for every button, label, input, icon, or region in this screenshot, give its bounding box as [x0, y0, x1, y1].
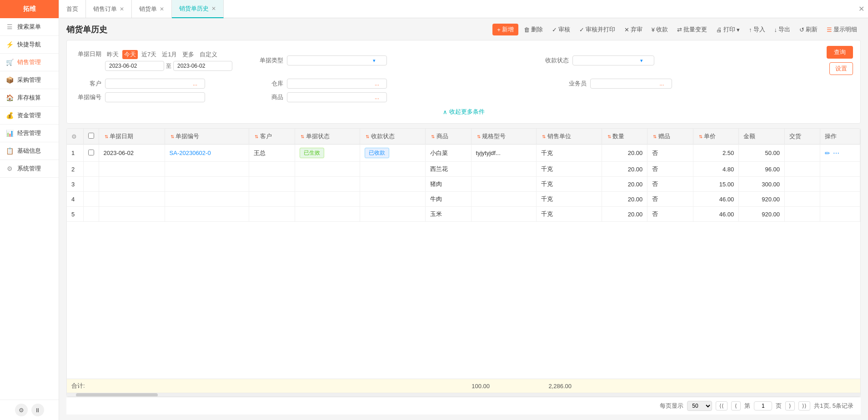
page-last-btn[interactable]: ⟩⟩: [798, 401, 810, 410]
print-button[interactable]: 🖨 打印 ▾: [712, 24, 743, 35]
abandon-button[interactable]: ✕ 弃审: [621, 24, 646, 35]
edit-icon[interactable]: ✏: [825, 150, 830, 157]
staff-ellipsis-icon[interactable]: ...: [660, 80, 664, 87]
col-settings[interactable]: ⚙: [67, 129, 83, 145]
type-dropdown-icon[interactable]: ▾: [373, 58, 376, 64]
shortcut-yesterday[interactable]: 昨天: [105, 50, 120, 59]
row-checkbox-cell[interactable]: [83, 192, 99, 207]
type-input[interactable]: [291, 57, 373, 64]
sidebar-item-search-menu[interactable]: ☰ 搜索菜单: [0, 18, 59, 36]
tab-sales-order[interactable]: 销售订单 ✕: [86, 0, 132, 18]
sidebar-item-quick-nav[interactable]: ⚡ 快捷导航: [0, 36, 59, 54]
tab-sales-history-close[interactable]: ✕: [211, 5, 216, 12]
row-doc-no-cell[interactable]: [165, 207, 249, 222]
tab-bar-close[interactable]: ✕: [858, 5, 868, 13]
more-icon[interactable]: ⋯: [833, 150, 839, 157]
page-first-btn[interactable]: ⟨⟨: [716, 401, 728, 410]
status-input[interactable]: [577, 57, 640, 64]
page-prev-btn[interactable]: ⟨: [731, 401, 741, 410]
doc-no-input[interactable]: [105, 92, 205, 102]
filter-settings-button[interactable]: 设置: [829, 62, 853, 75]
status-dropdown-icon[interactable]: ▾: [640, 58, 643, 64]
col-qty[interactable]: ⇅ 数量: [602, 129, 647, 145]
sidebar-item-purchase-mgmt[interactable]: 📦 采购管理: [0, 71, 59, 89]
table-scrollbar-thumb[interactable]: [76, 393, 158, 397]
show-detail-icon: ☰: [827, 26, 832, 33]
tab-sales-goods-close[interactable]: ✕: [160, 6, 164, 12]
doc-no-link[interactable]: SA-20230602-0: [170, 150, 211, 156]
shortcut-more[interactable]: 更多: [181, 50, 196, 59]
row-doc-no-cell[interactable]: SA-20230602-0: [165, 145, 249, 162]
shortcut-custom[interactable]: 自定义: [198, 50, 219, 59]
delete-button[interactable]: 🗑 删除: [520, 24, 547, 35]
query-button[interactable]: 查询: [827, 46, 853, 59]
new-button[interactable]: + 新增: [492, 24, 518, 35]
row-trade-cell: [785, 162, 820, 177]
qty-sort-icon: ⇅: [607, 134, 611, 139]
tab-sales-history[interactable]: 销货单历史 ✕: [172, 0, 224, 18]
select-all-checkbox[interactable]: [88, 133, 94, 139]
tab-home[interactable]: 首页: [59, 0, 86, 18]
row-checkbox-cell[interactable]: [83, 177, 99, 192]
goods-label: 商品: [256, 93, 283, 101]
staff-input[interactable]: [594, 80, 658, 87]
shortcut-1month[interactable]: 近1月: [160, 50, 179, 59]
export-button[interactable]: ↓ 导出: [771, 24, 794, 35]
date-from-input[interactable]: [105, 61, 164, 71]
row-doc-no-cell[interactable]: [165, 177, 249, 192]
col-spec[interactable]: ⇅ 规格型号: [471, 129, 537, 145]
filter-collapse-btn[interactable]: ∧ 收起更多条件: [74, 106, 853, 118]
warehouse-ellipsis-icon[interactable]: ...: [375, 80, 379, 87]
page-next-btn[interactable]: ⟩: [785, 401, 795, 410]
sidebar-item-sales-mgmt[interactable]: 🛒 销售管理: [0, 54, 59, 71]
sidebar-settings-icon[interactable]: ⚙: [15, 404, 28, 416]
row-customer-cell: [249, 162, 295, 177]
col-doc-status[interactable]: ⇅ 单据状态: [295, 129, 360, 145]
col-goods[interactable]: ⇅ 商品: [426, 129, 472, 145]
import-button[interactable]: ↑ 导入: [745, 24, 769, 35]
batch-change-button[interactable]: ⇄ 批量变更: [673, 24, 711, 35]
sidebar-pause-icon[interactable]: ⏸: [31, 404, 44, 416]
col-checkbox[interactable]: [83, 129, 99, 145]
shortcut-7days[interactable]: 近7天: [140, 50, 158, 59]
sidebar-item-sys-mgmt[interactable]: ⚙ 系统管理: [0, 160, 59, 178]
sidebar-item-inventory[interactable]: 🏠 库存核算: [0, 89, 59, 107]
warehouse-input[interactable]: [291, 80, 373, 87]
sidebar-item-finance[interactable]: 💰 资金管理: [0, 107, 59, 125]
collect-button[interactable]: ¥ 收款: [648, 24, 672, 35]
col-customer[interactable]: ⇅ 客户: [249, 129, 295, 145]
date-to-input[interactable]: [173, 61, 232, 71]
row-checkbox-cell[interactable]: [83, 207, 99, 222]
col-doc-no[interactable]: ⇅ 单据编号: [165, 129, 249, 145]
audit-print-button[interactable]: ✓ 审核并打印: [576, 24, 619, 35]
row-doc-no-cell[interactable]: [165, 162, 249, 177]
page-input[interactable]: [754, 401, 772, 410]
col-unit[interactable]: ⇅ 销售单位: [537, 129, 602, 145]
sidebar-item-operations[interactable]: 📊 经营管理: [0, 125, 59, 142]
col-date[interactable]: ⇅ 单据日期: [99, 129, 165, 145]
col-pay-status[interactable]: ⇅ 收款状态: [360, 129, 426, 145]
row-checkbox-cell[interactable]: [83, 145, 99, 162]
col-price[interactable]: ⇅ 单价: [693, 129, 739, 145]
per-page-select[interactable]: 20 50 100 200: [687, 401, 712, 411]
shortcut-today[interactable]: 今天: [122, 50, 138, 59]
show-detail-button[interactable]: ☰ 显示明细: [823, 24, 861, 35]
customer-input[interactable]: [109, 80, 191, 87]
data-table: ⚙ ⇅ 单据日期 ⇅ 单据编号: [67, 129, 860, 222]
table-scrollbar[interactable]: [67, 393, 860, 396]
table-scroll[interactable]: ⚙ ⇅ 单据日期 ⇅ 单据编号: [67, 129, 860, 379]
table-footer: 合计: 100.00 2,286.00: [67, 379, 860, 393]
goods-ellipsis-icon[interactable]: ...: [375, 94, 379, 100]
goods-input[interactable]: [291, 94, 373, 100]
row-checkbox[interactable]: [88, 150, 94, 155]
col-settings-icon[interactable]: ⚙: [71, 133, 77, 140]
row-doc-no-cell[interactable]: [165, 192, 249, 207]
audit-button[interactable]: ✓ 审核: [548, 24, 574, 35]
col-gift[interactable]: ⇅ 赠品: [647, 129, 693, 145]
row-checkbox-cell[interactable]: [83, 162, 99, 177]
refresh-button[interactable]: ↺ 刷新: [796, 24, 821, 35]
customer-ellipsis-icon[interactable]: ...: [193, 80, 197, 87]
tab-sales-order-close[interactable]: ✕: [120, 6, 124, 12]
tab-sales-goods[interactable]: 销货单 ✕: [132, 0, 172, 18]
sidebar-item-basic-info[interactable]: 📋 基础信息: [0, 142, 59, 160]
